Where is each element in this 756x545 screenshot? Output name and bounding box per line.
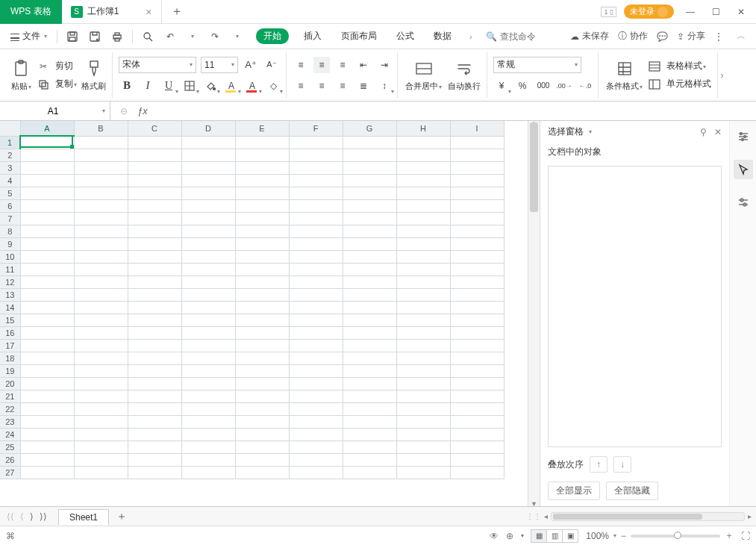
- cell[interactable]: [181, 453, 235, 466]
- cell[interactable]: [343, 301, 396, 314]
- undo-icon[interactable]: ↶: [160, 27, 180, 46]
- cell[interactable]: [343, 339, 396, 352]
- cell[interactable]: [396, 326, 450, 339]
- row-header[interactable]: 13: [0, 288, 20, 301]
- cell[interactable]: [450, 402, 504, 415]
- italic-button[interactable]: I: [140, 78, 156, 94]
- align-right-icon[interactable]: ≡: [334, 78, 351, 94]
- row-header[interactable]: 14: [0, 301, 20, 314]
- cell[interactable]: [128, 453, 181, 466]
- name-box[interactable]: ▾: [0, 102, 110, 120]
- cell[interactable]: [289, 326, 343, 339]
- cell[interactable]: [20, 250, 74, 263]
- cell[interactable]: [181, 352, 235, 364]
- close-tab-icon[interactable]: ×: [146, 6, 151, 18]
- cell[interactable]: [74, 466, 128, 479]
- collab-button[interactable]: ⓘ 协作: [618, 30, 648, 43]
- cell[interactable]: [289, 402, 343, 415]
- decrease-font-icon[interactable]: A⁻: [263, 57, 280, 73]
- cell[interactable]: [289, 415, 343, 428]
- column-header[interactable]: D: [181, 121, 235, 136]
- close-window-button[interactable]: ✕: [732, 3, 750, 21]
- cell[interactable]: [235, 301, 289, 314]
- collapse-ribbon-icon[interactable]: ︿: [732, 30, 750, 43]
- cell[interactable]: [181, 339, 235, 352]
- cell[interactable]: [74, 263, 128, 275]
- cell[interactable]: [289, 466, 343, 479]
- cell[interactable]: [343, 377, 396, 390]
- cell[interactable]: [181, 212, 235, 225]
- cell[interactable]: [181, 263, 235, 275]
- cell[interactable]: [450, 440, 504, 453]
- currency-button[interactable]: ¥▾: [493, 78, 510, 94]
- cell[interactable]: [450, 174, 504, 187]
- cell[interactable]: [181, 466, 235, 479]
- column-header[interactable]: E: [235, 121, 289, 136]
- cell[interactable]: [181, 187, 235, 199]
- chat-icon[interactable]: 💬: [657, 31, 668, 42]
- unsaved-button[interactable]: ☁ 未保存: [570, 30, 609, 43]
- grid-wrap[interactable]: ABCDEFGHI1234567891011121314151617181920…: [0, 121, 528, 506]
- format-painter-button[interactable]: 格式刷: [80, 58, 107, 92]
- bring-forward-button[interactable]: ↑: [590, 456, 607, 473]
- cell[interactable]: [343, 466, 396, 479]
- align-middle-icon[interactable]: ≡: [313, 57, 330, 73]
- cell[interactable]: [450, 212, 504, 225]
- cell[interactable]: [235, 263, 289, 275]
- rail-settings-icon[interactable]: [734, 193, 753, 212]
- row-header[interactable]: 21: [0, 390, 20, 402]
- login-button[interactable]: 未登录: [624, 4, 674, 19]
- cell-style-button[interactable]: 单元格样式: [647, 77, 711, 92]
- cell[interactable]: [20, 453, 74, 466]
- brand-tab[interactable]: WPS 表格: [0, 0, 62, 24]
- cell[interactable]: [289, 314, 343, 326]
- formula-input[interactable]: [154, 104, 750, 119]
- column-header[interactable]: B: [74, 121, 128, 136]
- cell[interactable]: [128, 440, 181, 453]
- row-header[interactable]: 7: [0, 212, 20, 225]
- justify-icon[interactable]: ≣: [355, 78, 372, 94]
- column-header[interactable]: H: [396, 121, 450, 136]
- font-name-select[interactable]: 宋体▾: [119, 57, 196, 73]
- cell[interactable]: [235, 466, 289, 479]
- cell[interactable]: [74, 225, 128, 237]
- focus-icon[interactable]: ⊕: [506, 531, 513, 541]
- cell[interactable]: [396, 314, 450, 326]
- zoom-slider[interactable]: [631, 535, 720, 538]
- cell[interactable]: [235, 250, 289, 263]
- cell[interactable]: [74, 250, 128, 263]
- cell[interactable]: [343, 440, 396, 453]
- zoom-label[interactable]: 100%: [586, 531, 609, 541]
- cell[interactable]: [20, 187, 74, 199]
- cell[interactable]: [128, 301, 181, 314]
- row-header[interactable]: 10: [0, 250, 20, 263]
- cell[interactable]: [74, 212, 128, 225]
- cell[interactable]: [181, 199, 235, 212]
- cell[interactable]: [289, 453, 343, 466]
- document-tab[interactable]: S 工作簿1 ×: [62, 0, 162, 23]
- cell[interactable]: [74, 352, 128, 364]
- row-header[interactable]: 25: [0, 440, 20, 453]
- redo-icon[interactable]: ↷: [205, 27, 225, 46]
- cell[interactable]: [74, 187, 128, 199]
- hide-all-button[interactable]: 全部隐藏: [606, 482, 658, 500]
- cell[interactable]: [343, 326, 396, 339]
- cell[interactable]: [343, 263, 396, 275]
- underline-button[interactable]: U▾: [160, 78, 177, 94]
- cell[interactable]: [128, 275, 181, 288]
- cell[interactable]: [289, 390, 343, 402]
- cell[interactable]: [396, 199, 450, 212]
- cell[interactable]: [450, 187, 504, 199]
- print-preview-icon[interactable]: [138, 27, 157, 46]
- cell[interactable]: [289, 301, 343, 314]
- cell[interactable]: [20, 263, 74, 275]
- cell[interactable]: [181, 161, 235, 174]
- cell[interactable]: [396, 212, 450, 225]
- cell[interactable]: [396, 377, 450, 390]
- cell[interactable]: [20, 136, 74, 149]
- table-style-button[interactable]: 表格样式▾: [647, 59, 711, 74]
- hscroll-thumb[interactable]: [553, 514, 702, 520]
- cell[interactable]: [235, 415, 289, 428]
- cell[interactable]: [450, 377, 504, 390]
- cell[interactable]: [396, 466, 450, 479]
